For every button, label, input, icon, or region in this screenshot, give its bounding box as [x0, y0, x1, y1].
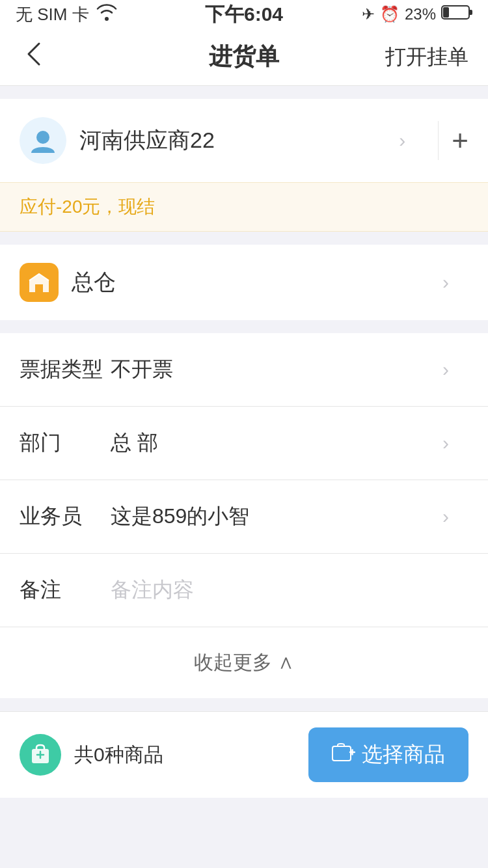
- remark-input[interactable]: 备注内容: [111, 576, 468, 604]
- select-product-icon: [332, 743, 355, 767]
- remark-row[interactable]: 备注 备注内容: [0, 554, 488, 627]
- warehouse-row[interactable]: 总仓 ›: [0, 245, 488, 320]
- department-value: 总 部: [111, 429, 442, 457]
- sales-rep-value: 这是859的小智: [111, 502, 442, 531]
- invoice-value: 不开票: [111, 355, 442, 384]
- separator-1: [0, 86, 488, 99]
- warehouse-icon: [20, 263, 59, 302]
- supplier-row[interactable]: 河南供应商22 › +: [0, 99, 488, 182]
- location-icon: ✈: [362, 5, 375, 23]
- bottom-bar: 共0种商品 选择商品: [0, 711, 488, 798]
- invoice-label: 票据类型: [20, 355, 111, 384]
- svg-rect-1: [469, 10, 472, 15]
- sales-rep-chevron-icon: ›: [442, 506, 449, 528]
- status-time: 下午6:04: [205, 1, 283, 28]
- notice-banner: 应付-20元，现结: [0, 182, 488, 232]
- separator-4: [0, 698, 488, 711]
- status-right: ✈ ⏰ 23%: [362, 4, 472, 25]
- warehouse-section: 总仓 ›: [0, 245, 488, 320]
- select-product-label: 选择商品: [362, 740, 445, 769]
- separator-3: [0, 320, 488, 333]
- svg-rect-8: [332, 746, 351, 761]
- warehouse-chevron-icon: ›: [442, 271, 449, 293]
- sales-rep-label: 业务员: [20, 502, 111, 531]
- form-section: 票据类型 不开票 › 部门 总 部 › 业务员 这是859的小智 › 备注 备注…: [0, 333, 488, 698]
- wifi-icon: [96, 4, 118, 25]
- status-bar: 无 SIM 卡 下午6:04 ✈ ⏰ 23%: [0, 0, 488, 29]
- department-label: 部门: [20, 429, 111, 457]
- carrier-label: 无 SIM 卡: [16, 3, 89, 26]
- supplier-chevron-icon: ›: [399, 129, 405, 152]
- page-title: 进货单: [209, 41, 279, 73]
- sales-rep-row[interactable]: 业务员 这是859的小智 ›: [0, 480, 488, 553]
- product-count-icon: [20, 734, 61, 776]
- warehouse-name: 总仓: [72, 267, 442, 297]
- status-left: 无 SIM 卡: [16, 3, 118, 26]
- svg-rect-2: [443, 7, 449, 18]
- svg-point-3: [36, 131, 49, 144]
- remark-label: 备注: [20, 576, 111, 604]
- select-product-button[interactable]: 选择商品: [308, 727, 468, 782]
- battery-icon: [441, 4, 472, 25]
- battery-label: 23%: [405, 5, 436, 23]
- alarm-icon: ⏰: [380, 5, 400, 23]
- separator-2: [0, 232, 488, 245]
- nav-bar: 进货单 打开挂单: [0, 29, 488, 86]
- open-pending-button[interactable]: 打开挂单: [385, 43, 468, 72]
- invoice-chevron-icon: ›: [442, 359, 449, 381]
- supplier-section: 河南供应商22 › + 应付-20元，现结: [0, 99, 488, 232]
- svg-rect-4: [35, 284, 43, 292]
- product-count-label: 共0种商品: [74, 742, 308, 768]
- supplier-name: 河南供应商22: [79, 126, 399, 156]
- back-button[interactable]: [20, 34, 48, 79]
- invoice-row[interactable]: 票据类型 不开票 ›: [0, 333, 488, 406]
- department-chevron-icon: ›: [442, 432, 449, 454]
- collapse-button[interactable]: 收起更多 ∧: [0, 627, 488, 698]
- add-supplier-button[interactable]: +: [452, 126, 468, 155]
- department-row[interactable]: 部门 总 部 ›: [0, 407, 488, 480]
- supplier-avatar: [20, 117, 66, 164]
- vertical-divider: [438, 121, 439, 160]
